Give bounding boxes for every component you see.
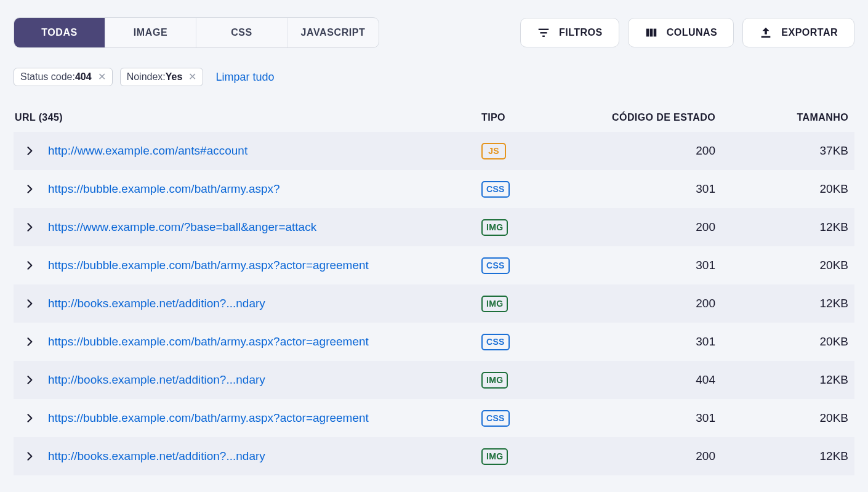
columns-icon [645,26,658,39]
cell-type: IMG [481,372,555,389]
filter-chip: Status code: 404✕ [14,68,113,86]
cell-type: CSS [481,257,555,274]
cell-status: 301 [555,259,734,272]
resource-type-tabs: TODASIMAGECSSJAVASCRIPT [14,17,379,48]
cell-type: IMG [481,448,555,465]
header-size[interactable]: TAMANHO [734,112,854,123]
url-link[interactable]: http://books.example.net/addition?...nda… [48,450,265,462]
filters-label: FILTROS [559,27,603,38]
type-badge: JS [481,143,506,159]
type-badge: IMG [481,219,508,236]
url-link[interactable]: https://bubble.example.com/bath/army.asp… [48,259,369,272]
cell-url: http://books.example.net/addition?...nda… [47,450,481,463]
table-row: http://www.example.com/ants#accountJS200… [14,132,854,170]
cell-size: 12KB [734,450,854,463]
table-body: http://www.example.com/ants#accountJS200… [14,132,854,475]
cell-type: IMG [481,219,555,236]
expand-row-icon[interactable] [14,452,47,461]
tab-css[interactable]: CSS [196,18,287,47]
cell-url: http://books.example.net/addition?...nda… [47,297,481,310]
filter-icon [537,26,550,39]
tab-image[interactable]: IMAGE [105,18,196,47]
filters-button[interactable]: FILTROS [520,18,619,47]
table-row: http://books.example.net/addition?...nda… [14,284,854,323]
cell-size: 20KB [734,411,854,425]
cell-status: 200 [555,220,734,234]
url-link[interactable]: https://bubble.example.com/bath/army.asp… [48,411,369,424]
cell-url: https://bubble.example.com/bath/army.asp… [47,411,481,425]
expand-row-icon[interactable] [14,337,47,346]
table-row: https://bubble.example.com/bath/army.asp… [14,399,854,437]
export-button[interactable]: EXPORTAR [742,18,854,47]
cell-url: http://www.example.com/ants#account [47,144,481,158]
table-row: http://books.example.net/addition?...nda… [14,437,854,475]
table-row: https://bubble.example.com/bath/army.asp… [14,170,854,208]
type-badge: CSS [481,410,510,427]
svg-rect-4 [649,29,653,37]
url-link[interactable]: https://bubble.example.com/bath/army.asp… [48,182,280,195]
tab-todas[interactable]: TODAS [14,18,105,47]
cell-url: http://books.example.net/addition?...nda… [47,373,481,387]
type-badge: IMG [481,372,508,389]
url-link[interactable]: https://bubble.example.com/bath/army.asp… [48,335,369,348]
expand-row-icon[interactable] [14,299,47,308]
expand-row-icon[interactable] [14,185,47,193]
action-buttons: FILTROS COLUNAS EXPORTAR [520,18,854,47]
filter-chip: Noindex: Yes✕ [120,68,204,86]
expand-row-icon[interactable] [14,147,47,155]
close-icon[interactable]: ✕ [98,72,106,82]
svg-rect-0 [539,29,549,30]
clear-filters-link[interactable]: Limpar tudo [215,71,274,84]
svg-rect-2 [542,36,545,37]
chip-label: Status code: [20,71,75,83]
cell-type: CSS [481,334,555,350]
cell-size: 37KB [734,144,854,158]
svg-rect-3 [646,29,649,37]
upload-icon [759,26,773,39]
cell-url: https://bubble.example.com/bath/army.asp… [47,259,481,272]
url-link[interactable]: https://www.example.com/?base=ball&anger… [48,220,316,233]
cell-status: 301 [555,335,734,349]
cell-url: https://bubble.example.com/bath/army.asp… [47,335,481,349]
cell-type: JS [481,143,555,159]
cell-url: https://bubble.example.com/bath/army.asp… [47,182,481,196]
svg-rect-6 [762,36,771,38]
header-url[interactable]: URL (345) [14,112,481,123]
expand-row-icon[interactable] [14,414,47,422]
table-row: http://books.example.net/addition?...nda… [14,361,854,399]
expand-row-icon[interactable] [14,376,47,384]
type-badge: CSS [481,257,510,274]
url-link[interactable]: http://www.example.com/ants#account [48,144,247,157]
cell-size: 12KB [734,373,854,387]
type-badge: CSS [481,334,510,350]
cell-size: 12KB [734,220,854,234]
table-row: https://www.example.com/?base=ball&anger… [14,208,854,246]
expand-row-icon[interactable] [14,223,47,232]
url-link[interactable]: http://books.example.net/addition?...nda… [48,297,265,310]
svg-rect-5 [653,29,656,37]
type-badge: IMG [481,448,508,465]
chip-value: Yes [166,71,183,83]
cell-size: 12KB [734,297,854,310]
header-status[interactable]: CÓDIGO DE ESTADO [555,112,734,123]
export-label: EXPORTAR [781,27,838,38]
cell-type: CSS [481,181,555,198]
tab-javascript[interactable]: JAVASCRIPT [287,18,379,47]
active-filters-row: Status code: 404✕Noindex: Yes✕Limpar tud… [14,68,854,86]
cell-status: 404 [555,373,734,387]
header-type[interactable]: TIPO [481,112,555,123]
cell-status: 301 [555,411,734,425]
cell-type: IMG [481,296,555,312]
cell-status: 301 [555,182,734,196]
chip-label: Noindex: [127,71,166,83]
columns-button[interactable]: COLUNAS [628,18,734,47]
top-bar: TODASIMAGECSSJAVASCRIPT FILTROS COLUNAS … [14,17,854,48]
expand-row-icon[interactable] [14,261,47,270]
cell-status: 200 [555,144,734,158]
close-icon[interactable]: ✕ [188,72,196,82]
table-row: https://bubble.example.com/bath/army.asp… [14,323,854,361]
chip-value: 404 [75,71,92,83]
cell-size: 20KB [734,259,854,272]
type-badge: IMG [481,296,508,312]
url-link[interactable]: http://books.example.net/addition?...nda… [48,373,265,386]
